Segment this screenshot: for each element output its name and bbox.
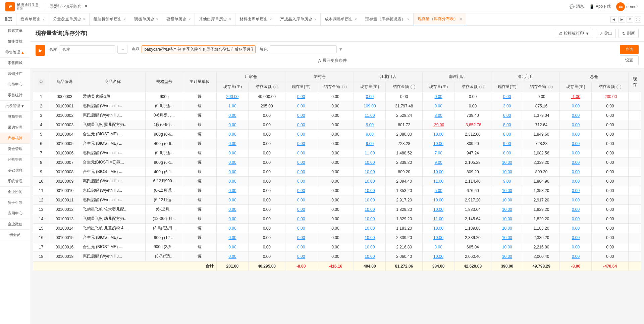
- tab-chanpin[interactable]: 产成品入库单历史 ×: [276, 13, 321, 26]
- tab-home[interactable]: 首页: [0, 13, 16, 26]
- cell-jb-stock[interactable]: 11.00: [354, 148, 386, 158]
- cell-fac-stock[interactable]: 0.00: [216, 214, 248, 224]
- cell-lu-stock[interactable]: 0.00: [285, 224, 317, 233]
- sidebar-item-quicknav[interactable]: 快捷导航: [0, 36, 30, 47]
- sidebar-item-marketing[interactable]: 营销推广: [0, 68, 30, 79]
- tab-close-qtchuku[interactable]: ×: [229, 17, 231, 21]
- cell-yb-stock[interactable]: 9.00: [491, 177, 523, 186]
- tab-xiancunliang1[interactable]: 现存量（库存状况表） ×: [361, 13, 414, 26]
- cell-tot-stock[interactable]: 0.00: [560, 158, 592, 167]
- sidebar-item-purchase[interactable]: 采购管理: [0, 122, 30, 133]
- cell-na-stock[interactable]: 10.00: [423, 205, 454, 214]
- cell-lu-stock[interactable]: 0.00: [285, 120, 317, 130]
- tab-fenpandian[interactable]: 分量盘点单历史 ×: [49, 13, 90, 26]
- sidebar-item-ecommerce[interactable]: 电商管理: [0, 111, 30, 122]
- info-icon-tot[interactable]: i: [616, 85, 621, 89]
- sidebar-item-operations[interactable]: 经营管理: [0, 154, 30, 165]
- cell-na-stock[interactable]: 11.00: [423, 214, 454, 224]
- industry-selector[interactable]: 母婴行业演示陈套 ▼: [49, 4, 88, 9]
- cell-na-stock[interactable]: 0.00: [423, 92, 454, 101]
- sidebar-item-wholesale[interactable]: 批发管理 ▼: [0, 101, 30, 111]
- cell-tot-stock[interactable]: 0.00: [560, 205, 592, 214]
- cell-lu-stock[interactable]: 0.00: [285, 214, 317, 224]
- filter-expand-row[interactable]: ⋀ 展开更多条件: [49, 58, 616, 63]
- cell-lu-stock[interactable]: 0.00: [285, 158, 317, 167]
- sidebar-item-retail-mgmt[interactable]: 零售管理 ▲: [0, 47, 30, 58]
- cell-fac-stock[interactable]: 0.00: [216, 233, 248, 242]
- cell-jb-stock[interactable]: 10.00: [354, 195, 386, 205]
- cell-yb-stock[interactable]: 10.00: [491, 242, 523, 252]
- cell-jb-stock[interactable]: 10.00: [354, 252, 386, 262]
- cell-jb-stock[interactable]: 10.00: [354, 214, 386, 224]
- cell-jb-stock[interactable]: 9.00: [354, 120, 386, 130]
- cell-tot-stock[interactable]: 0.00: [560, 130, 592, 139]
- cell-lu-stock[interactable]: 0.00: [285, 205, 317, 214]
- cell-lu-stock[interactable]: 0.00: [285, 233, 317, 242]
- tab-yaohuo[interactable]: 要货单历史 ×: [162, 13, 195, 26]
- cell-na-stock[interactable]: 7.00: [423, 148, 454, 158]
- cell-fac-stock[interactable]: 1.00: [216, 101, 248, 111]
- cell-na-stock[interactable]: 3.00: [423, 242, 454, 252]
- cell-yb-stock[interactable]: 8.00: [491, 130, 523, 139]
- print-btn[interactable]: 🖨 按模板打印 ▼: [555, 29, 593, 38]
- cell-tot-stock[interactable]: 0.00: [560, 224, 592, 233]
- cell-tot-stock[interactable]: -1.00: [560, 92, 592, 101]
- cell-fac-stock[interactable]: 0.00: [216, 177, 248, 186]
- cell-lu-stock[interactable]: 0.00: [285, 92, 317, 101]
- cell-tot-stock[interactable]: 0.00: [560, 177, 592, 186]
- cell-tot-stock[interactable]: 0.00: [560, 120, 592, 130]
- cell-yb-stock[interactable]: 10.00: [491, 167, 523, 177]
- export-btn[interactable]: ↗ 导出: [596, 29, 616, 38]
- sidebar-item-basic-info[interactable]: 基础信息: [0, 165, 30, 176]
- tab-chengbentj[interactable]: 成本调整单历史 ×: [321, 13, 361, 26]
- cell-tot-stock[interactable]: 0.00: [560, 186, 592, 195]
- cell-na-stock[interactable]: 5.00: [423, 186, 454, 195]
- tab-close-zuchaixie[interactable]: ×: [124, 17, 126, 21]
- goods-input[interactable]: [142, 45, 256, 53]
- filter-expand-btn[interactable]: ▶: [36, 45, 45, 56]
- tab-close-xcl2[interactable]: ×: [460, 17, 462, 21]
- settings-btn[interactable]: 设置: [620, 55, 639, 65]
- cell-lu-stock[interactable]: 0.00: [285, 167, 317, 177]
- cell-tot-stock[interactable]: 0.00: [560, 195, 592, 205]
- cell-fac-stock[interactable]: 0.00: [216, 205, 248, 214]
- sidebar-item-inventory[interactable]: 库存核算: [0, 133, 30, 144]
- cell-tot-stock[interactable]: 0.00: [560, 111, 592, 120]
- cell-fac-stock[interactable]: 0.00: [216, 130, 248, 139]
- cell-lu-stock[interactable]: 0.00: [285, 195, 317, 205]
- color-input[interactable]: [270, 45, 337, 53]
- cell-yb-stock[interactable]: 10.00: [491, 224, 523, 233]
- cell-tot-stock[interactable]: 0.00: [560, 148, 592, 158]
- cell-fac-stock[interactable]: 200.00: [216, 92, 248, 101]
- cell-jb-stock[interactable]: 10.00: [354, 224, 386, 233]
- cell-jb-stock[interactable]: 10.00: [354, 233, 386, 242]
- sidebar-item-finance[interactable]: 资金管理: [0, 144, 30, 154]
- cell-na-stock[interactable]: 11.00: [423, 177, 454, 186]
- tab-prev-btn[interactable]: ◀: [610, 16, 617, 23]
- cell-jb-stock[interactable]: 10.00: [354, 177, 386, 186]
- tab-clchuku[interactable]: 材料出库单历史 ×: [235, 13, 276, 26]
- info-icon-jb[interactable]: i: [411, 85, 415, 89]
- cell-tot-stock[interactable]: 0.00: [560, 139, 592, 148]
- tab-close-all-btn[interactable]: ×: [627, 16, 633, 23]
- tab-close-chengbentj[interactable]: ×: [355, 17, 357, 21]
- warehouse-input[interactable]: [59, 45, 115, 53]
- cell-tot-stock[interactable]: 0.00: [560, 233, 592, 242]
- cell-tot-stock[interactable]: 0.00: [560, 101, 592, 111]
- tab-close-xcl1[interactable]: ×: [408, 17, 410, 21]
- cell-fac-stock[interactable]: 0.00: [216, 252, 248, 262]
- cell-jb-stock[interactable]: 10.00: [354, 186, 386, 195]
- message-btn[interactable]: 💬 消息: [570, 4, 584, 9]
- sidebar-item-retail-stats[interactable]: 零售统计: [0, 90, 30, 101]
- cell-jb-stock[interactable]: 10.00: [354, 167, 386, 177]
- cell-lu-stock[interactable]: 0.00: [285, 139, 317, 148]
- cell-jb-stock[interactable]: 10.00: [354, 158, 386, 167]
- info-icon-lu[interactable]: i: [342, 85, 347, 89]
- sidebar-item-member2[interactable]: 畅会员: [0, 230, 30, 240]
- cell-yb-stock[interactable]: 10.00: [491, 205, 523, 214]
- cell-lu-stock[interactable]: 0.00: [285, 101, 317, 111]
- refresh-btn[interactable]: ↻ 刷新: [619, 29, 639, 38]
- cell-jb-stock[interactable]: 10.00: [354, 205, 386, 214]
- info-icon-fac[interactable]: i: [273, 85, 278, 89]
- tab-close-diaobo[interactable]: ×: [156, 17, 158, 21]
